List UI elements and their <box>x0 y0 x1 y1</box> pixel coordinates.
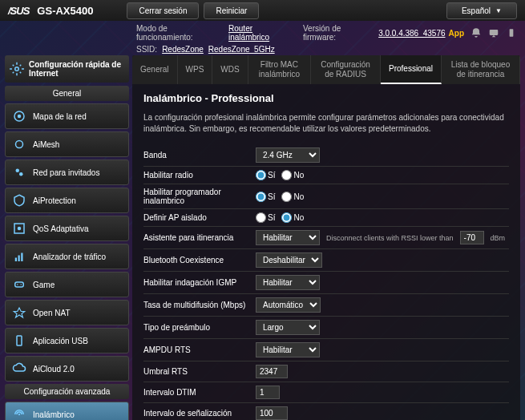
reboot-button[interactable]: Reiniciar <box>204 2 259 19</box>
sidebar-item-label: Red para invitados <box>33 168 99 177</box>
dtim-input[interactable] <box>256 386 280 399</box>
igmp-select[interactable]: Habilitar <box>256 275 320 290</box>
page-title: Inalámbrico - Professional <box>143 92 509 104</box>
tab-configuración-de-radius[interactable]: Configuración de RADIUS <box>311 55 381 84</box>
form-row: Habilitar indagación IGMPHabilitar <box>143 271 509 293</box>
mode-link[interactable]: Router inalámbrico <box>228 24 295 42</box>
form-label: Tasa de multidifusión (Mbps) <box>143 301 256 309</box>
sidebar-item-red-para-invitados[interactable]: Red para invitados <box>5 160 129 185</box>
svg-point-8 <box>18 227 22 231</box>
ssid1-link[interactable]: RedesZone <box>162 45 204 54</box>
sidebar-item-game[interactable]: Game <box>5 272 129 297</box>
tab-professional[interactable]: Professional <box>381 55 442 84</box>
nav-icon <box>12 221 26 236</box>
svg-rect-12 <box>15 282 24 287</box>
ap-isolated-yes[interactable]: Sí <box>256 212 275 223</box>
nav-icon <box>12 361 26 376</box>
form-row: Bluetooth CoexistenceDeshabilitar <box>143 248 509 271</box>
status-bar: Modo de funcionamiento: Router inalámbri… <box>0 21 525 55</box>
form-label: Habilitar programador inalambrico <box>143 188 256 205</box>
form-label: Bluetooth Coexistence <box>143 256 256 265</box>
enable-radio-yes[interactable]: Sí <box>256 170 275 180</box>
form-row: Tasa de multidifusión (Mbps)Automático <box>143 293 509 316</box>
nav-icon <box>12 109 26 123</box>
scheduler-yes[interactable]: Sí <box>256 192 275 202</box>
nav-icon <box>12 165 26 180</box>
tab-wds[interactable]: WDS <box>212 55 248 84</box>
tab-general[interactable]: General <box>132 55 178 84</box>
sidebar-item-aimesh[interactable]: AiMesh <box>5 131 129 157</box>
svg-rect-0 <box>490 30 499 35</box>
ssid-label: SSID: <box>136 45 157 54</box>
logout-button[interactable]: Cerrar sesión <box>127 2 199 19</box>
advanced-group-title: Configuración avanzada <box>5 384 129 399</box>
form-row: Intervalo DTIM <box>143 382 509 402</box>
svg-rect-11 <box>21 253 22 262</box>
mode-label: Modo de funcionamiento: <box>136 24 225 42</box>
form-row: Umbral RTS <box>143 361 509 382</box>
form-row: Asistente para itineranciaHabilitarDisco… <box>143 226 509 248</box>
form-label: Habilitar indagación IGMP <box>143 278 256 287</box>
form-label: Umbral RTS <box>143 367 256 376</box>
sidebar-item-aicloud-2.0[interactable]: AiCloud 2.0 <box>5 356 129 382</box>
roaming-select[interactable]: Habilitar <box>256 230 320 245</box>
sidebar-item-label: Configuración rápida de Internet <box>29 60 124 78</box>
sidebar-item-inalámbrico[interactable]: Inalámbrico <box>5 402 129 420</box>
feedback-icon[interactable] <box>488 27 499 38</box>
top-bar: /SUS GS-AX5400 Cerrar sesión Reiniciar E… <box>0 0 525 21</box>
bt-coex-select[interactable]: Deshabilitar <box>256 252 322 268</box>
sidebar-item-aiprotection[interactable]: AiProtection <box>5 188 129 213</box>
sidebar-item-label: AiProtection <box>33 196 76 205</box>
quick-setup-button[interactable]: Configuración rápida de Internet <box>5 55 129 83</box>
tab-lista-de-bloqueo-de-itinerancia[interactable]: Lista de bloqueo de itinerancia <box>442 55 520 84</box>
page-description: La configuración profesional inalámbrica… <box>143 112 509 135</box>
svg-rect-15 <box>17 336 22 345</box>
form-row: Definir AP aislado Sí No <box>143 208 509 226</box>
sidebar-item-mapa-de-la-red[interactable]: Mapa de la red <box>5 103 129 129</box>
tab-filtro-mac-inalámbrico[interactable]: Filtro MAC inalámbrico <box>248 55 311 84</box>
rts-input[interactable] <box>256 365 288 378</box>
rssi-input[interactable] <box>460 231 484 244</box>
sidebar-item-aplicación-usb[interactable]: Aplicación USB <box>5 328 129 353</box>
main-panel: GeneralWPSWDSFiltro MAC inalámbricoConfi… <box>132 55 520 420</box>
sidebar-item-label: Game <box>33 281 55 289</box>
band-select[interactable]: 2.4 GHz <box>256 147 320 163</box>
form-label: Intervalo de señalización <box>143 409 256 418</box>
language-select[interactable]: Español <box>446 2 517 19</box>
sidebar-item-label: QoS Adaptativa <box>33 224 89 233</box>
rssi-hint: Disconnect clients with RSSI lower than <box>326 234 454 242</box>
form-row: Banda2.4 GHz <box>143 144 509 166</box>
enable-radio-no[interactable]: No <box>281 170 304 180</box>
general-group-title: General <box>5 86 129 101</box>
svg-point-16 <box>18 414 20 415</box>
scheduler-no[interactable]: No <box>281 192 304 202</box>
multicast-select[interactable]: Automático <box>256 297 321 313</box>
sidebar-item-analizador-de-tráfico[interactable]: Analizador de tráfico <box>5 244 129 269</box>
ap-isolated-no[interactable]: No <box>281 212 304 223</box>
notification-icon[interactable] <box>470 27 482 38</box>
sidebar-item-label: Analizador de tráfico <box>33 252 106 261</box>
sidebar-item-label: Open NAT <box>33 309 71 317</box>
svg-point-13 <box>17 284 18 285</box>
sidebar-item-open-nat[interactable]: Open NAT <box>5 300 129 325</box>
sidebar-item-label: AiMesh <box>33 140 59 149</box>
preamble-select[interactable]: Largo <box>256 320 320 335</box>
sidebar-item-label: Mapa de la red <box>33 112 87 121</box>
sidebar-item-qos-adaptativa[interactable]: QoS Adaptativa <box>5 216 129 241</box>
nav-icon <box>12 249 26 264</box>
usb-icon[interactable] <box>506 27 517 38</box>
fw-link[interactable]: 3.0.0.4.386_43576 <box>378 29 445 38</box>
app-label[interactable]: App <box>449 29 464 38</box>
nav-icon <box>12 305 26 320</box>
form-row: Habilitar radio Sí No <box>143 166 509 184</box>
form-row: Intervalo de señalización <box>143 402 509 420</box>
tab-wps[interactable]: WPS <box>178 55 213 84</box>
beacon-input[interactable] <box>256 406 288 420</box>
form-label: Habilitar radio <box>143 171 256 180</box>
svg-point-6 <box>19 172 23 176</box>
sidebar-item-label: Inalámbrico <box>33 410 75 419</box>
ssid2-link[interactable]: RedesZone_5GHz <box>208 45 275 54</box>
nav-icon <box>12 193 26 208</box>
svg-rect-10 <box>18 256 20 262</box>
ampdu-rts-select[interactable]: Habilitar <box>256 342 320 357</box>
